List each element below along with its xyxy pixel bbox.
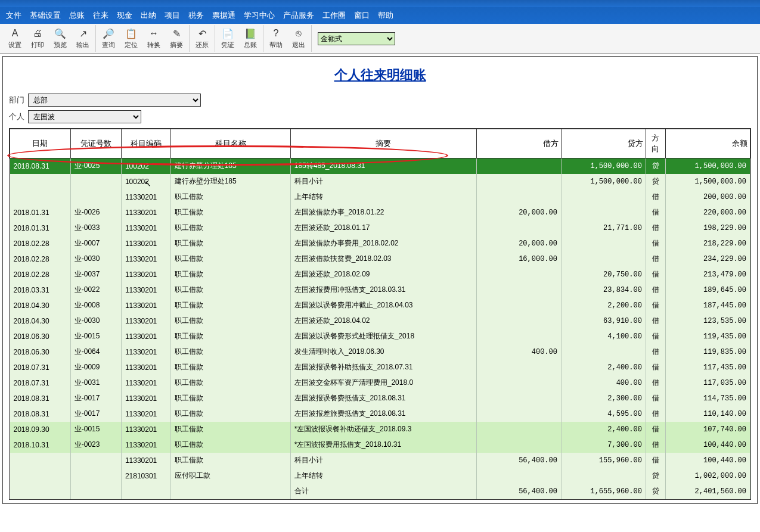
cell [561, 468, 646, 484]
table-row[interactable]: 11330201职工借款科目小计56,400.00155,960.00借100,… [10, 453, 750, 468]
toolbar-凭证[interactable]: 📄凭证 [216, 26, 239, 52]
menu-item[interactable]: 项目 [165, 10, 180, 21]
menu-item[interactable]: 总账 [69, 10, 85, 21]
cell: 职工借款 [170, 298, 290, 313]
toolbar-label: 帮助 [269, 41, 283, 49]
column-header[interactable]: 方向 [646, 129, 665, 158]
toolbar-label: 转换 [147, 41, 160, 49]
cell [10, 174, 71, 189]
toolbar-转换[interactable]: ↔转换 [142, 26, 165, 52]
menu-item[interactable]: 现金 [117, 10, 132, 21]
column-header[interactable]: 贷方 [561, 129, 646, 158]
toolbar-还原[interactable]: ↶还原 [191, 26, 213, 52]
cell [477, 174, 562, 189]
menu-item[interactable]: 文件 [6, 10, 21, 21]
cell: 业-0026 [70, 205, 121, 220]
toolbar-帮助[interactable]: ?帮助 [265, 26, 287, 52]
table-row[interactable]: 2018.06.30业-006411330201职工借款发生清理时收入_2018… [10, 344, 750, 360]
cell [477, 468, 562, 484]
person-select[interactable]: 左国波 [28, 110, 141, 123]
cell: 职工借款 [170, 189, 290, 205]
toolbar-总账[interactable]: 📗总账 [239, 26, 262, 52]
menu-item[interactable]: 票据通 [212, 10, 235, 21]
table-row[interactable]: 2018.08.31业-001711330201职工借款左国波报差旅费抵借支_2… [10, 406, 750, 422]
cell: 职工借款 [170, 453, 290, 468]
cell: 117,435.00 [666, 360, 750, 375]
cell: 业-0015 [70, 422, 121, 437]
table-row[interactable]: 2018.10.31业-002311330201职工借款*左国波报费用抵借支_2… [10, 437, 750, 453]
table-row[interactable]: 2018.03.31业-002211330201职工借款左国波报费用冲抵借支_2… [10, 282, 750, 298]
toolbar-预览[interactable]: 🔍预览 [49, 26, 72, 52]
table-row[interactable]: 2018.04.30业-003011330201职工借款左国波还款_2018.0… [10, 313, 750, 329]
cell [10, 453, 71, 468]
amount-mode-select[interactable]: 金额式 [318, 32, 395, 45]
column-header[interactable]: 日期 [10, 129, 71, 158]
cell: 11330201 [121, 298, 170, 313]
column-header[interactable]: 摘要 [290, 129, 476, 158]
cell [561, 251, 646, 267]
table-row[interactable]: 2018.09.30业-001511330201职工借款*左国波报误餐补助还借支… [10, 422, 750, 437]
toolbar-设置[interactable]: A设置 [4, 26, 26, 52]
menu-item[interactable]: 基础设置 [30, 10, 61, 21]
column-header[interactable]: 科目名称 [170, 129, 290, 158]
toolbar-定位[interactable]: 📋定位 [120, 26, 142, 52]
cell: 借 [646, 422, 665, 437]
menu-item[interactable]: 工作圈 [322, 10, 346, 21]
cell: 1,500,000.00 [561, 174, 646, 189]
column-header[interactable]: 科目编码 [121, 129, 170, 158]
column-header[interactable]: 凭证号数 [70, 129, 121, 158]
cell: 借 [646, 406, 665, 422]
toolbar-打印[interactable]: 🖨打印 [26, 26, 49, 52]
table-row[interactable]: 合计56,400.001,655,960.00贷2,401,560.00 [10, 484, 750, 499]
table-row[interactable]: 2018.04.30业-000811330201职工借款左国波以误餐费用冲截止_… [10, 298, 750, 313]
cell: 185转485_2018.08.31 [290, 158, 476, 174]
toolbar-查询[interactable]: 🔎查询 [97, 26, 120, 52]
cell [170, 484, 290, 499]
摘要-icon: ✎ [170, 27, 182, 39]
cell: 123,535.00 [666, 313, 750, 329]
menu-item[interactable]: 帮助 [378, 10, 393, 21]
table-row[interactable]: 2018.07.31业-000911330201职工借款左国波报误餐补助抵借支_… [10, 360, 750, 375]
table-row[interactable]: 21810301应付职工款上年结转贷1,002,000.00 [10, 468, 750, 484]
table-row[interactable]: 2018.08.31业-001711330201职工借款左国波报误餐费抵借支_2… [10, 391, 750, 406]
cell: 左国波借款扶贫费_2018.02.03 [290, 251, 476, 267]
toolbar-输出[interactable]: ↗输出 [72, 26, 94, 52]
table-row[interactable]: 100202建行赤壁分理处185科目小计1,500,000.00贷1,500,0… [10, 174, 750, 189]
cell [10, 484, 71, 499]
cell: 职工借款 [170, 437, 290, 453]
table-row[interactable]: 2018.01.31业-003311330201职工借款左国波还款_2018.0… [10, 220, 750, 236]
cell: 107,740.00 [666, 422, 750, 437]
menu-item[interactable]: 窗口 [354, 10, 370, 21]
cell: 左国波报差旅费抵借支_2018.08.31 [290, 406, 476, 422]
table-row[interactable]: 2018.02.28业-000711330201职工借款左国波借款办事费用_20… [10, 236, 750, 251]
menu-item[interactable]: 产品服务 [283, 10, 314, 21]
table-row[interactable]: 2018.02.28业-003711330201职工借款左国波还款_2018.0… [10, 267, 750, 282]
cell: 119,835.00 [666, 344, 750, 360]
column-header[interactable]: 余额 [666, 129, 750, 158]
cell: 借 [646, 298, 665, 313]
menu-item[interactable]: 出纳 [141, 10, 156, 21]
cell [477, 437, 562, 453]
cell: 业-0017 [70, 406, 121, 422]
menu-item[interactable]: 税务 [188, 10, 204, 21]
toolbar-退出[interactable]: ⎋退出 [287, 26, 310, 52]
table-row[interactable]: 2018.07.31业-003111330201职工借款左国波交金杯车资产清理费… [10, 375, 750, 391]
table-row[interactable]: 2018.08.31业-0025100202建行赤壁分理处185185转485_… [10, 158, 750, 174]
toolbar-label: 定位 [125, 41, 138, 49]
toolbar-摘要[interactable]: ✎摘要 [165, 26, 188, 52]
table-row[interactable]: 2018.02.28业-003011330201职工借款左国波借款扶贫费_201… [10, 251, 750, 267]
table-row[interactable]: 2018.06.30业-001511330201职工借款左国波以误餐费形式处理抵… [10, 329, 750, 344]
table-row[interactable]: 2018.01.31业-002611330201职工借款左国波借款办事_2018… [10, 205, 750, 220]
dept-select[interactable]: 总部 [28, 94, 201, 107]
table-row[interactable]: 11330201职工借款上年结转借200,000.00 [10, 189, 750, 205]
column-header[interactable]: 借方 [477, 129, 562, 158]
filter-area: 部门 总部 个人 左国波 [9, 94, 751, 123]
cell: 左国波还款_2018.01.17 [290, 220, 476, 236]
menu-item[interactable]: 学习中心 [244, 10, 275, 21]
cell [561, 205, 646, 220]
ledger-grid[interactable]: 日期凭证号数科目编码科目名称摘要借方贷方方向余额 2018.08.31业-002… [9, 128, 751, 500]
cell: 职工借款 [170, 267, 290, 282]
cell [477, 422, 562, 437]
menu-item[interactable]: 往来 [93, 10, 108, 21]
main-menu[interactable]: 文件基础设置总账往来现金出纳项目税务票据通学习中心产品服务工作圈窗口帮助 [0, 7, 760, 24]
